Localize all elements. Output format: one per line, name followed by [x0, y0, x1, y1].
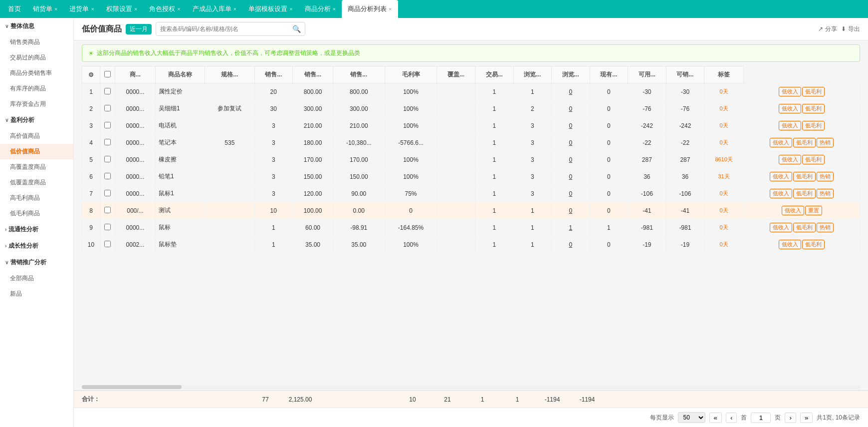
- sidebar-item-high-coverage[interactable]: 高覆盖度商品: [0, 159, 73, 175]
- views-link[interactable]: 0: [569, 139, 572, 146]
- row-checkbox[interactable]: [100, 202, 115, 219]
- col-sales2[interactable]: 销售...: [333, 66, 385, 83]
- sidebar-group-title-liquidity[interactable]: › 流通性分析: [0, 221, 73, 238]
- nav-product-analysis-close[interactable]: ×: [333, 6, 336, 12]
- row-jiaoyi: 2: [513, 100, 552, 117]
- page-size-select[interactable]: 50 20 100 200: [678, 412, 705, 423]
- sidebar-item-sales-products[interactable]: 销售类商品: [0, 34, 73, 50]
- sidebar-group-title-overview[interactable]: ∨ 整体信息: [0, 18, 73, 34]
- row-checkbox[interactable]: [100, 185, 115, 202]
- sidebar-group-title-growth[interactable]: › 成长性分析: [0, 238, 73, 254]
- row-checkbox[interactable]: [100, 168, 115, 185]
- col-stock[interactable]: 现有...: [590, 66, 628, 83]
- sidebar-item-all-products[interactable]: 全部商品: [0, 271, 73, 286]
- nav-warehouse-close[interactable]: ×: [233, 6, 236, 12]
- col-settings[interactable]: ⚙: [82, 66, 100, 83]
- row-checkbox[interactable]: [100, 100, 115, 117]
- next-page-btn[interactable]: ›: [785, 413, 796, 423]
- row-select-checkbox[interactable]: [104, 190, 111, 196]
- nav-sales-close[interactable]: ×: [54, 6, 57, 12]
- select-all-checkbox[interactable]: [104, 71, 111, 77]
- time-filter-btn[interactable]: 近一月: [126, 24, 152, 34]
- search-input[interactable]: [160, 25, 292, 32]
- sidebar-item-low-margin[interactable]: 低毛利商品: [0, 206, 73, 221]
- col-saleable[interactable]: 可销...: [666, 66, 704, 83]
- sidebar-item-inventory-products[interactable]: 有库序的商品: [0, 81, 73, 96]
- col-code[interactable]: 商...: [115, 66, 156, 83]
- row-checkbox[interactable]: [100, 134, 115, 151]
- row-checkbox[interactable]: [100, 151, 115, 168]
- views-link[interactable]: 0: [569, 105, 572, 112]
- row-checkbox[interactable]: [100, 236, 115, 253]
- sidebar-group-title-marketing[interactable]: ∨ 营销推广分析: [0, 254, 73, 271]
- nav-roles[interactable]: 角色授权 ×: [143, 0, 186, 18]
- col-sales1[interactable]: 销售...: [293, 66, 333, 83]
- col-views2[interactable]: 浏览...: [552, 66, 590, 83]
- col-available[interactable]: 可用...: [628, 66, 666, 83]
- row-select-checkbox[interactable]: [104, 207, 111, 213]
- sidebar-item-high-value[interactable]: 高价值商品: [0, 128, 73, 144]
- page-input[interactable]: [751, 413, 771, 423]
- row-select-checkbox[interactable]: [104, 156, 111, 162]
- row-stock: -41: [628, 202, 666, 219]
- views-link[interactable]: 0: [569, 190, 572, 197]
- views-link[interactable]: 0: [569, 173, 572, 180]
- row-checkbox[interactable]: [100, 83, 115, 100]
- sidebar-item-low-value[interactable]: 低价值商品: [0, 144, 73, 159]
- sidebar-item-traded[interactable]: 交易过的商品: [0, 50, 73, 65]
- row-select-checkbox[interactable]: [104, 105, 111, 111]
- nav-product-list[interactable]: 商品分析列表 ×: [342, 0, 398, 18]
- scroll-thumb[interactable]: [82, 385, 182, 389]
- row-select-checkbox[interactable]: [104, 88, 111, 94]
- col-margin[interactable]: 毛利率: [385, 66, 437, 83]
- arrow-icon-2: ∨: [5, 117, 8, 123]
- row-checkbox[interactable]: [100, 117, 115, 134]
- views-link[interactable]: 0: [569, 207, 572, 214]
- col-name[interactable]: 商品名称: [155, 66, 205, 83]
- nav-sales[interactable]: 销货单 ×: [27, 0, 63, 18]
- sidebar-item-new-products[interactable]: 新品: [0, 286, 73, 302]
- views-link[interactable]: 1: [569, 224, 572, 231]
- export-btn[interactable]: ⬇ 导出: [841, 25, 860, 33]
- row-select-checkbox[interactable]: [104, 241, 111, 247]
- row-select-checkbox[interactable]: [104, 224, 111, 230]
- nav-product-analysis[interactable]: 商品分析 ×: [299, 0, 342, 18]
- col-spec[interactable]: 规格...: [205, 66, 254, 83]
- horizontal-scrollbar[interactable]: [82, 385, 860, 389]
- views-link[interactable]: 0: [569, 156, 572, 163]
- nav-warehouse[interactable]: 产成品入库单 ×: [187, 0, 242, 18]
- search-icon[interactable]: 🔍: [292, 25, 301, 33]
- sidebar-item-category-rate[interactable]: 商品分类销售率: [0, 65, 73, 81]
- col-qty[interactable]: 销售...: [254, 66, 293, 83]
- views-link[interactable]: 0: [569, 88, 572, 95]
- sidebar-item-inventory-capital[interactable]: 库存资金占用: [0, 96, 73, 112]
- sidebar-item-high-margin[interactable]: 高毛利商品: [0, 190, 73, 206]
- row-checkbox[interactable]: [100, 219, 115, 236]
- prev-page-btn[interactable]: ‹: [726, 413, 737, 423]
- footer-coverage: 10: [395, 396, 430, 403]
- nav-template-close[interactable]: ×: [289, 6, 292, 12]
- nav-purchase-close[interactable]: ×: [91, 6, 94, 12]
- col-tags[interactable]: 标签: [704, 66, 744, 83]
- row-select-checkbox[interactable]: [104, 173, 111, 179]
- nav-roles-close[interactable]: ×: [177, 6, 180, 12]
- views-link[interactable]: 0: [569, 241, 572, 248]
- nav-product-list-close[interactable]: ×: [389, 6, 392, 12]
- row-select-checkbox[interactable]: [104, 139, 111, 145]
- views-link[interactable]: 0: [569, 122, 572, 129]
- nav-permissions[interactable]: 权限设置 ×: [100, 0, 143, 18]
- nav-home[interactable]: 首页: [2, 0, 27, 18]
- col-views1[interactable]: 浏览...: [513, 66, 552, 83]
- col-checkbox-all[interactable]: [100, 66, 115, 83]
- nav-purchase[interactable]: 进货单 ×: [63, 0, 100, 18]
- sidebar-item-low-coverage[interactable]: 低覆盖度商品: [0, 175, 73, 190]
- share-btn[interactable]: ↗ 分享: [818, 25, 837, 33]
- col-transaction[interactable]: 交易...: [475, 66, 513, 83]
- sidebar-group-title-profit[interactable]: ∨ 盈利分析: [0, 112, 73, 128]
- nav-permissions-close[interactable]: ×: [134, 6, 137, 12]
- first-page-btn[interactable]: «: [709, 413, 722, 423]
- row-select-checkbox[interactable]: [104, 122, 111, 128]
- last-page-btn[interactable]: »: [800, 413, 813, 423]
- nav-template[interactable]: 单据模板设置 ×: [242, 0, 298, 18]
- col-coverage[interactable]: 覆盖...: [437, 66, 475, 83]
